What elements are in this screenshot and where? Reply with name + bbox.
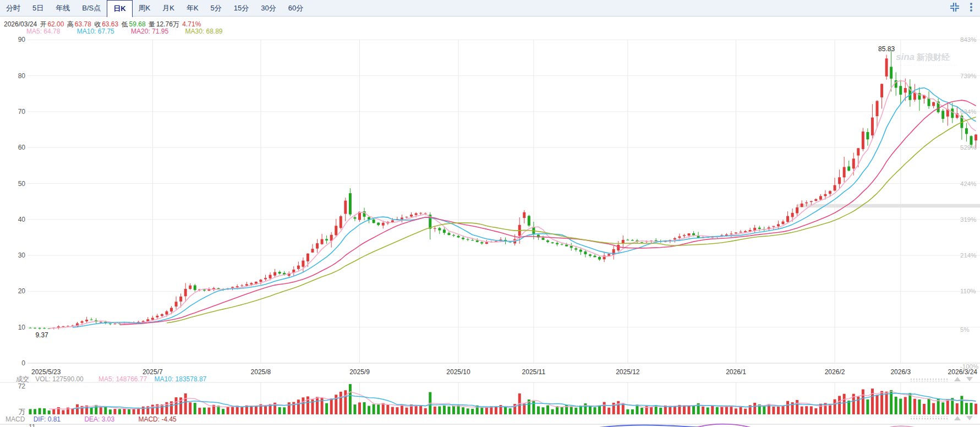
svg-text:110%: 110%	[960, 288, 976, 294]
scroll-handle-top[interactable]	[910, 377, 973, 381]
svg-text:0: 0	[21, 359, 25, 367]
svg-text:2025/10: 2025/10	[446, 368, 470, 376]
svg-text:sina: sina	[896, 52, 915, 62]
close-label: 收	[94, 20, 101, 28]
macd-axis-tick: 11	[29, 423, 35, 427]
open-value: 62.00	[47, 20, 64, 28]
macd-dea-value: DEA: 3.03	[84, 415, 114, 423]
volume-legend-row: 成交 VOL: 127590.00 MA5: 148766.77 MA10: 1…	[16, 375, 206, 384]
quote-date: 2026/03/24	[4, 20, 37, 28]
svg-text:9.37: 9.37	[35, 331, 48, 339]
svg-text:90: 90	[18, 36, 26, 43]
ma10-legend: MA10: 67.75	[77, 28, 114, 35]
tab-60min[interactable]: 60分	[282, 0, 309, 16]
svg-text:529%: 529%	[960, 144, 976, 151]
svg-text:319%: 319%	[960, 216, 976, 223]
low-label: 低	[122, 20, 128, 28]
svg-text:2026/2: 2026/2	[825, 368, 845, 376]
macd-legend-row: MACD DIF: 0.81 DEA: 3.03 MACD: -4.45	[6, 415, 177, 423]
tab-5day[interactable]: 5日	[26, 0, 50, 16]
macd-title: MACD	[6, 415, 25, 423]
svg-text:2026/3/24: 2026/3/24	[948, 368, 978, 376]
svg-text:2026/1: 2026/1	[726, 368, 746, 376]
volume-ma5-legend: MA5: 148766.77	[98, 375, 147, 383]
chart-type-toolbar: 分时 5日 年线 B/S点 日K 周K 月K 年K 5分 15分 30分 60分	[0, 0, 980, 17]
tab-daily-k[interactable]: 日K	[107, 0, 132, 17]
volume-title: 成交	[16, 375, 29, 383]
svg-text:50: 50	[18, 180, 26, 188]
high-value: 63.78	[75, 20, 91, 28]
svg-text:739%: 739%	[960, 73, 976, 79]
svg-text:2025/8: 2025/8	[251, 368, 271, 376]
tab-monthly-k[interactable]: 月K	[156, 0, 180, 16]
volume-label: 量	[149, 20, 155, 28]
volume-value-label: VOL: 127590.00	[35, 375, 83, 383]
tab-timeline[interactable]: 分时	[0, 0, 26, 16]
svg-text:10: 10	[18, 324, 26, 331]
svg-text:5%: 5%	[960, 326, 970, 333]
low-value: 59.68	[129, 20, 146, 28]
collapse-icon[interactable]	[949, 2, 960, 13]
axis-labels: 9080706050403020100843%739%634%529%424%3…	[18, 36, 979, 415]
ma5-legend: MA5: 64.78	[26, 28, 60, 35]
toolbar-actions	[949, 2, 977, 13]
macd-dif-value: DIF: 0.81	[34, 415, 61, 423]
volume-value: 12.76万	[156, 20, 179, 28]
high-label: 高	[67, 20, 74, 28]
svg-text:85.83: 85.83	[878, 45, 895, 53]
tab-bs-points[interactable]: B/S点	[76, 0, 107, 16]
sina-watermark: sina新浪财经·· ···· · ···· ·· ···· · ····	[896, 52, 957, 67]
tab-30min[interactable]: 30分	[255, 0, 282, 16]
svg-text:80: 80	[18, 72, 26, 80]
tab-15min[interactable]: 15分	[228, 0, 255, 16]
svg-text:30: 30	[18, 251, 26, 259]
change-percent: 4.71%	[182, 20, 201, 28]
kline-chart-canvas: 9080706050403020100843%739%634%529%424%3…	[0, 0, 980, 427]
volume-ma10-legend: MA10: 183578.87	[155, 375, 207, 383]
svg-text:40: 40	[18, 216, 26, 223]
svg-text:2025/9: 2025/9	[349, 368, 370, 376]
open-label: 开	[40, 20, 46, 28]
svg-text:424%: 424%	[960, 180, 976, 187]
svg-text:2025/11: 2025/11	[522, 368, 546, 376]
svg-text:214%: 214%	[960, 252, 976, 259]
svg-text:·· ···· · ···· ·· ···· · ····: ·· ···· · ···· ·· ···· · ····	[898, 63, 957, 67]
svg-text:2025/12: 2025/12	[616, 368, 640, 376]
ma30-legend: MA30: 68.89	[185, 28, 223, 35]
kebab-menu-icon[interactable]	[966, 2, 977, 13]
ma20-legend: MA20: 71.95	[131, 28, 168, 35]
svg-text:843%: 843%	[960, 36, 976, 43]
macd-value: MACD: -4.45	[138, 415, 176, 423]
tab-5min[interactable]: 5分	[205, 0, 228, 16]
svg-text:634%: 634%	[960, 108, 976, 115]
tab-yearly-k[interactable]: 年K	[180, 0, 205, 16]
close-value: 63.63	[102, 20, 118, 28]
grid-lines	[0, 40, 980, 424]
ma-legend-row: MA5: 64.78 MA10: 67.75 MA20: 71.95 MA30:…	[26, 28, 238, 35]
svg-text:20: 20	[18, 287, 26, 295]
annotations: 85.839.37	[35, 45, 895, 339]
stock-chart-app: { "navbar": { "tabs": [ {"label":"分时","a…	[0, 0, 980, 427]
svg-text:60: 60	[18, 144, 26, 151]
tab-weekly-k[interactable]: 周K	[133, 0, 157, 16]
svg-text:万: 万	[19, 408, 25, 415]
scroll-handle-bottom[interactable]	[910, 416, 973, 420]
tab-year-line[interactable]: 年线	[50, 0, 76, 16]
svg-text:70: 70	[18, 108, 26, 116]
svg-text:2026/3: 2026/3	[890, 368, 911, 376]
volume-ma-lines	[49, 391, 976, 409]
svg-text:新浪财经: 新浪财经	[916, 52, 950, 62]
